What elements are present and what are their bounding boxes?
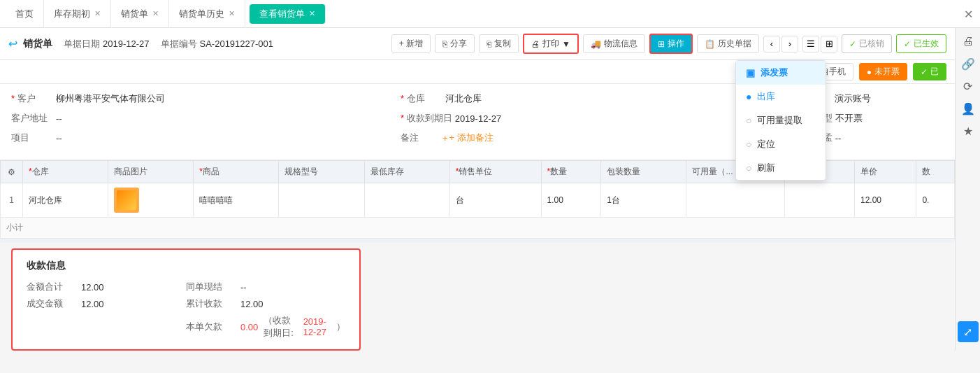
number-label: 单据编号 bbox=[161, 38, 197, 50]
dropdown-locate[interactable]: ○ 定位 bbox=[736, 132, 826, 156]
row-available bbox=[686, 183, 785, 218]
sidebar-star-icon[interactable]: ★ bbox=[958, 120, 979, 141]
divider bbox=[0, 239, 955, 243]
col-product: *商品 bbox=[194, 161, 279, 183]
logistics-icon: 🚚 bbox=[591, 39, 601, 49]
row-price: 12.00 bbox=[855, 183, 916, 218]
confirm-button[interactable]: ✓ 已 bbox=[913, 63, 946, 80]
product-image-inner bbox=[117, 190, 136, 210]
warehouse-field: 仓库 河北仓库 bbox=[401, 92, 790, 105]
col-pkg-qty: 包装数量 bbox=[601, 161, 686, 183]
row-number: 1 bbox=[1, 183, 23, 218]
doc-icon: ↩ bbox=[8, 37, 17, 50]
col-warehouse: *仓库 bbox=[23, 161, 108, 183]
add-invoice-icon: ▣ bbox=[746, 67, 755, 78]
tab-home[interactable]: 首页 bbox=[6, 0, 44, 28]
number-value: SA-20191227-001 bbox=[200, 38, 274, 49]
total-amount-label: 金额合计 bbox=[27, 281, 75, 293]
row-pkg-qty: 1台 bbox=[601, 183, 686, 218]
logistics-button[interactable]: 🚚 物流信息 bbox=[583, 34, 645, 53]
tab-inventory[interactable]: 库存期初 ✕ bbox=[44, 0, 111, 28]
row-unit: 台 bbox=[449, 183, 541, 218]
row-warehouse: 河北仓库 bbox=[23, 183, 108, 218]
tab-view-sales[interactable]: 查看销货单 ✕ bbox=[250, 4, 326, 24]
outbound-icon: ● bbox=[746, 91, 751, 102]
col-extra: 数 bbox=[916, 161, 955, 183]
doc-date-field: 单据日期 2019-12-27 bbox=[64, 38, 150, 50]
ops-dropdown-menu: ▣ 添发票 ● 出库 ○ 可用量提取 ○ 定位 ○ 刷新 bbox=[735, 60, 826, 181]
close-history-tab[interactable]: ✕ bbox=[229, 9, 235, 18]
history-button[interactable]: 📋 历史单据 bbox=[697, 34, 759, 53]
sidebar-link-icon[interactable]: 🔗 bbox=[958, 53, 979, 74]
dropdown-refresh[interactable]: ○ 刷新 bbox=[736, 156, 826, 180]
addr-value: -- bbox=[53, 113, 65, 124]
print-dropdown-arrow: ▼ bbox=[562, 39, 570, 49]
sidebar-refresh-icon[interactable]: ⟳ bbox=[958, 76, 979, 97]
close-sales-tab[interactable]: ✕ bbox=[152, 9, 159, 18]
subtotal-row: 小计 bbox=[1, 218, 955, 239]
sidebar-print-icon[interactable]: 🖨 bbox=[958, 31, 979, 52]
project-label: 项目 bbox=[11, 132, 53, 144]
sidebar-expand-icon[interactable]: ⤢ bbox=[958, 321, 979, 342]
customer-label: 客户 bbox=[11, 92, 53, 105]
col-unit: *销售单位 bbox=[449, 161, 541, 183]
payment-info-title: 收款信息 bbox=[27, 260, 345, 272]
ticket-icon: ● bbox=[867, 67, 872, 77]
add-note-button[interactable]: + + 添加备注 bbox=[442, 132, 493, 144]
deal-amount-value: 12.00 bbox=[81, 299, 104, 309]
row-spec bbox=[279, 183, 364, 218]
list-view-button[interactable]: ☰ bbox=[802, 36, 819, 52]
tab-sales[interactable]: 销货单 ✕ bbox=[111, 0, 169, 28]
row-stock bbox=[785, 183, 855, 218]
payment-current-debt: 本单欠款 0.00 （收款到期日: 2019-12-27） bbox=[186, 314, 345, 339]
same-order-label: 同单现结 bbox=[186, 281, 235, 293]
warehouse-label: 仓库 bbox=[401, 92, 442, 105]
col-settings[interactable]: ⚙ bbox=[1, 161, 23, 183]
dropdown-outbound[interactable]: ● 出库 bbox=[736, 85, 826, 108]
toolbar: ↩ 销货单 单据日期 2019-12-27 单据编号 SA-20191227-0… bbox=[0, 28, 955, 60]
row-min-stock bbox=[364, 183, 449, 218]
sidebar-user-icon[interactable]: 👤 bbox=[958, 98, 979, 119]
addr-field: 客户地址 -- bbox=[11, 112, 401, 125]
available-qty-icon: ○ bbox=[746, 115, 751, 126]
project-field: 项目 -- bbox=[11, 132, 401, 144]
doc-name: 销货单 bbox=[23, 38, 52, 50]
right-sidebar: 🖨 🔗 ⟳ 👤 ★ ⤢ bbox=[955, 28, 980, 351]
note-field: 备注 + + 添加备注 bbox=[401, 132, 790, 144]
not-opened-button[interactable]: ● 未开票 bbox=[859, 63, 907, 80]
close-view-sales-tab[interactable]: ✕ bbox=[309, 9, 315, 18]
row-product: 嘻嘻嘻嘻 bbox=[194, 183, 279, 218]
effective-status-button[interactable]: ✓ 已生效 bbox=[896, 34, 946, 53]
ops-button[interactable]: ⊞ 操作 bbox=[649, 34, 693, 54]
next-button[interactable]: › bbox=[781, 36, 798, 52]
payment-same-order: 同单现结 -- bbox=[186, 281, 345, 293]
sold-status-button[interactable]: ✓ 已核销 bbox=[842, 34, 892, 53]
current-debt-label: 本单欠款 bbox=[186, 321, 235, 333]
print-button[interactable]: 🖨 打印 ▼ bbox=[523, 34, 579, 54]
row-extra: 0. bbox=[916, 183, 955, 218]
prev-button[interactable]: ‹ bbox=[763, 36, 780, 52]
dropdown-available-qty[interactable]: ○ 可用量提取 bbox=[736, 108, 826, 132]
doc-number-field: 单据编号 SA-20191227-001 bbox=[161, 38, 274, 50]
payment-date-label: 收款到期日 bbox=[401, 112, 452, 125]
nav-arrows: ‹ › bbox=[763, 36, 798, 52]
dropdown-add-invoice[interactable]: ▣ 添发票 bbox=[736, 61, 826, 85]
plus-icon: + bbox=[442, 133, 448, 143]
table-row: 1 河北仓库 嘻嘻嘻嘻 台 1.00 1台 bbox=[1, 183, 955, 218]
new-button[interactable]: + 新增 bbox=[391, 34, 431, 53]
copy-button[interactable]: ⎗ 复制 bbox=[479, 34, 519, 53]
deal-amount-label: 成交金额 bbox=[27, 297, 75, 310]
share-button[interactable]: ⎘ 分享 bbox=[435, 34, 475, 53]
toolbar-actions: + 新增 ⎘ 分享 ⎗ 复制 🖨 打印 ▼ 🚚 物流信息 bbox=[391, 34, 946, 54]
tab-sales-history[interactable]: 销货单历史 ✕ bbox=[169, 0, 245, 28]
doc-meta: 单据日期 2019-12-27 单据编号 SA-20191227-001 bbox=[64, 38, 389, 50]
row-product-img bbox=[108, 183, 194, 218]
payment-cumulative: 累计收款 12.00 bbox=[186, 297, 345, 310]
sold-check-icon: ✓ bbox=[849, 39, 856, 49]
grid-view-button[interactable]: ⊞ bbox=[821, 36, 837, 52]
payment-total-amount: 金额合计 12.00 bbox=[27, 281, 186, 293]
close-inventory-tab[interactable]: ✕ bbox=[94, 9, 101, 18]
close-window-button[interactable]: ✕ bbox=[964, 7, 973, 20]
total-amount-value: 12.00 bbox=[81, 282, 104, 293]
col-min-stock: 最低库存 bbox=[364, 161, 449, 183]
